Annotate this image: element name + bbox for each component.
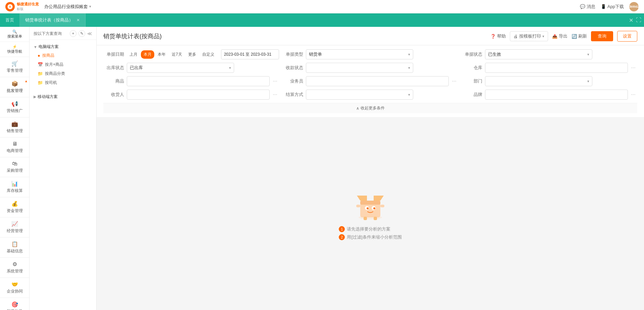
doc-status-select[interactable]: 已生效 ▾ xyxy=(485,49,592,59)
right-panel: 销货单统计表(按商品) ❓ 帮助 🖨 按模板打印 ▾ 📤 xyxy=(97,27,644,310)
date-btn-last-month[interactable]: 上月 xyxy=(127,50,140,59)
sidebar-item-ecomm[interactable]: 🖥 电商管理 xyxy=(0,138,29,157)
date-btn-last7[interactable]: 近7天 xyxy=(169,50,185,59)
date-btn-custom[interactable]: 自定义 xyxy=(200,50,217,59)
query-button[interactable]: 查询 xyxy=(591,31,613,41)
app-download-button[interactable]: 📱 App下载 xyxy=(601,4,624,10)
date-shortcuts: 上月 本月 本年 近7天 更多 自定义 xyxy=(127,50,217,59)
collect-status-select-inner[interactable]: ▾ xyxy=(306,63,413,73)
add-scheme-button[interactable]: + xyxy=(70,30,76,37)
sidebar-quicknav[interactable]: ⚡ 快捷导航 xyxy=(0,42,29,57)
receiver-input-group: ··· xyxy=(127,90,279,100)
tab-close-window-icon[interactable]: ✕ xyxy=(629,17,633,23)
receiver-dots-button[interactable]: ··· xyxy=(271,92,279,98)
product-dots-button[interactable]: ··· xyxy=(271,78,279,84)
scheme-group-mobile[interactable]: ▶ 移动端方案 xyxy=(30,93,96,101)
svg-rect-7 xyxy=(364,217,367,220)
workspace-selector[interactable]: 办公用品行业模拟账套 ▾ xyxy=(42,2,94,11)
receiver-label: 收货人 xyxy=(103,92,127,98)
doc-type-select-inner[interactable]: 销货单 ▾ xyxy=(306,49,413,59)
sidebar-item-purchase[interactable]: 🛍 采购管理 xyxy=(0,157,29,177)
sidebar-item-retail[interactable]: 🛒 零售管理 xyxy=(0,57,29,77)
page-title: 销货单统计表(按商品) xyxy=(103,32,162,40)
doc-status-select-inner[interactable]: 已生效 ▾ xyxy=(485,49,592,59)
out-status-select-inner[interactable]: 已出库 ▾ xyxy=(127,63,234,73)
dept-select[interactable]: ▾ xyxy=(485,76,592,86)
scheme-item-by-product[interactable]: ● 按商品 xyxy=(30,51,96,60)
sidebar-item-finance[interactable]: 💰 资金管理 xyxy=(0,197,29,217)
sidebar-item-system[interactable]: ⚙ 系统管理 xyxy=(0,258,29,278)
brand-dots-button[interactable]: ··· xyxy=(629,92,637,98)
salesperson-input[interactable] xyxy=(306,76,449,86)
sidebar-item-marketing[interactable]: 📢 营销推广 xyxy=(0,97,29,117)
filter-item-dept: 部门 ▾ xyxy=(462,76,637,86)
filter-section: 单据日期 上月 本月 本年 近7天 更多 自定义 2023- xyxy=(97,45,644,117)
scheme-item-by-category[interactable]: 📁 按商品分类 xyxy=(30,69,96,78)
sidebar-search[interactable]: 🔍 搜索菜单 xyxy=(0,27,29,42)
date-btn-more[interactable]: 更多 xyxy=(185,50,199,59)
edit-scheme-button[interactable]: ✎ xyxy=(78,30,85,37)
tab-close-icon[interactable]: ✕ xyxy=(76,18,80,22)
collapse-panel-button[interactable]: ≪ xyxy=(87,31,92,36)
product-input[interactable] xyxy=(127,76,270,86)
warehouse-label: 仓库 xyxy=(462,65,485,71)
settle-select-inner[interactable]: ▾ xyxy=(306,90,413,100)
dept-select-inner[interactable]: ▾ xyxy=(485,76,592,86)
help-button[interactable]: ❓ 帮助 xyxy=(490,33,506,39)
warehouse-input[interactable] xyxy=(485,63,628,73)
sidebar-item-sales-mgmt[interactable]: 💼 销售管理 xyxy=(0,117,29,138)
avatar[interactable]: demo2 xyxy=(629,2,639,11)
brand-input[interactable] xyxy=(485,90,628,100)
doc-type-select[interactable]: 销货单 ▾ xyxy=(306,49,413,59)
export-label: 导出 xyxy=(559,33,568,39)
template-print-button[interactable]: 🖨 按模板打印 ▾ xyxy=(510,31,548,41)
settings-button[interactable]: 设置 xyxy=(617,31,637,42)
out-status-select[interactable]: 已出库 ▾ xyxy=(127,63,234,73)
empty-illustration xyxy=(350,187,390,221)
export-button[interactable]: 📤 导出 xyxy=(552,33,568,39)
mobile-section-label: 移动端方案 xyxy=(38,94,58,100)
filter-item-brand: 品牌 ··· xyxy=(462,90,637,100)
wholesale-icon: 📦 xyxy=(11,81,18,87)
add-icon: + xyxy=(72,31,74,36)
collect-status-select[interactable]: ▾ xyxy=(306,63,413,73)
collapse-filters-button[interactable]: ∧ 收起更多条件 xyxy=(103,103,637,113)
wholesale-label: 批发管理 xyxy=(7,88,23,94)
warehouse-dots-button[interactable]: ··· xyxy=(629,65,637,71)
filter-item-product: 商品 ··· xyxy=(103,76,279,86)
sidebar-item-inventory[interactable]: 📊 库存核算 xyxy=(0,177,29,197)
scheme-item-by-month-product[interactable]: 📅 按月+商品 xyxy=(30,60,96,69)
tab-sales-stat-label: 销货单统计表（按商品） xyxy=(25,17,73,23)
messages-button[interactable]: 💬 消息 xyxy=(580,4,595,10)
date-range-input[interactable]: 2023-03-01 至 2023-03-31 xyxy=(221,49,279,59)
filter-row-2: 出库状态 已出库 ▾ 收款状态 ▾ xyxy=(103,63,637,73)
date-btn-this-year[interactable]: 本年 xyxy=(155,50,168,59)
scheme-item-by-cashier[interactable]: 📁 按司机 xyxy=(30,78,96,87)
template-print-label: 按模板打印 xyxy=(519,33,541,39)
sidebar-item-basic[interactable]: 📋 基础信息 xyxy=(0,238,29,258)
out-status-chevron-icon: ▾ xyxy=(229,66,231,70)
sidebar-item-wholesale[interactable]: 📦 批发管理 ▲ xyxy=(0,77,29,97)
tabbar: 首页 销货单统计表（按商品） ✕ ✕ ⛶ xyxy=(0,13,644,27)
sales-mgmt-label: 销售管理 xyxy=(7,128,23,134)
by-cashier-label: 按司机 xyxy=(45,80,57,86)
tab-maximize-icon[interactable]: ⛶ xyxy=(636,17,641,23)
basic-label: 基础信息 xyxy=(7,248,23,254)
settle-select[interactable]: ▾ xyxy=(306,90,413,100)
receiver-input[interactable] xyxy=(127,90,270,100)
date-btn-this-month[interactable]: 本月 xyxy=(141,50,154,59)
left-panel: 按以下方案查询 + ✎ ≪ ▼ 电脑端方案 xyxy=(30,27,97,310)
tab-sales-stat[interactable]: 销货单统计表（按商品） ✕ xyxy=(20,13,86,27)
refresh-button[interactable]: 🔄 刷新 xyxy=(572,33,587,39)
user-name: demo2 xyxy=(629,5,639,8)
by-category-icon: 📁 xyxy=(38,71,43,76)
salesperson-dots-button[interactable]: ··· xyxy=(450,78,458,84)
download-icon: 📱 xyxy=(601,4,606,9)
scheme-group-desktop[interactable]: ▼ 电脑端方案 xyxy=(30,43,96,51)
sidebar-item-newbie[interactable]: 🎯 新手引导 xyxy=(0,298,29,310)
sidebar-item-corp-coop[interactable]: 🤝 企业协同 xyxy=(0,278,29,298)
topbar-left: 畅捷通好生意 标版 办公用品行业模拟账套 ▾ xyxy=(5,2,94,11)
tab-home[interactable]: 首页 xyxy=(0,13,20,27)
tip-text-1: 请先选择要分析的方案 xyxy=(347,226,390,232)
sidebar-item-operation[interactable]: 📈 经营管理 xyxy=(0,217,29,238)
